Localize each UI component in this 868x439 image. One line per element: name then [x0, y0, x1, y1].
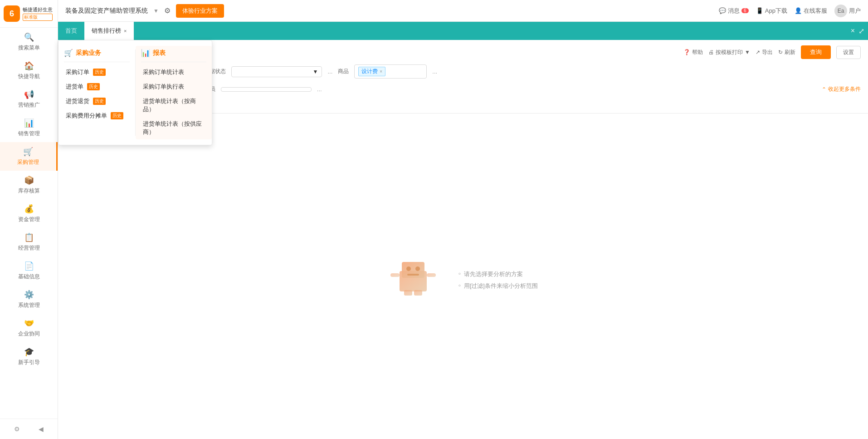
doc-status-input[interactable]: ▼	[231, 66, 322, 77]
tab-home-label: 首页	[65, 27, 77, 35]
search-icon: 🔍	[24, 32, 34, 42]
logo-text: 畅捷通好生意	[23, 6, 53, 13]
dropdown-report-col: 📊 报表 采购订单统计表 采购订单执行表 进货单统计表（按商品） 进货单统计表（…	[136, 46, 212, 139]
goods-tag-close[interactable]: ×	[380, 69, 382, 74]
svg-rect-6	[427, 273, 436, 277]
svg-rect-5	[390, 273, 400, 277]
sidebar-item-label: 快捷导航	[18, 73, 40, 80]
sidebar-item-label: 企业协同	[18, 330, 40, 338]
svg-rect-7	[404, 290, 412, 296]
svg-point-3	[415, 266, 420, 271]
hist-badge-1: 历史	[87, 83, 100, 90]
sidebar-item-label: 销售管理	[18, 130, 40, 138]
sidebar-item-label: 库存核算	[18, 187, 40, 195]
doc-status-dots[interactable]: ...	[327, 68, 332, 75]
collapse-label: 收起更多条件	[828, 85, 861, 93]
sidebar-item-quick-nav[interactable]: 🏠 快捷导航	[0, 56, 58, 85]
message-icon: 💬	[719, 7, 726, 14]
tab-sales-ranking[interactable]: 销售排行榜 ×	[84, 22, 134, 40]
export-btn[interactable]: ↗ 导出	[756, 49, 773, 56]
sidebar-item-marketing[interactable]: 📢 营销推广	[0, 85, 58, 113]
svg-rect-4	[407, 274, 419, 276]
refresh-icon: ↻	[778, 49, 783, 55]
query-button[interactable]: 查询	[801, 45, 831, 59]
sidebar-item-newbie[interactable]: 🎓 新手引导	[0, 342, 58, 371]
salesperson-input[interactable]	[221, 87, 312, 92]
dropdown-item-report-0[interactable]: 采购订单统计表	[141, 65, 207, 79]
dropdown-item-report-3[interactable]: 进货单统计表（按供应商）	[141, 117, 207, 139]
user-area[interactable]: Ea 用户	[834, 5, 861, 17]
sidebar-item-purchase[interactable]: 🛒 采购管理	[0, 142, 58, 171]
sidebar-item-label: 经营管理	[18, 244, 40, 252]
sidebar-item-enterprise[interactable]: 🤝 企业协同	[0, 314, 58, 342]
sidebar-bottom: ⚙ ◀	[0, 419, 58, 439]
sidebar-item-search[interactable]: 🔍 搜索菜单	[0, 28, 58, 56]
sidebar-item-label: 基础信息	[18, 273, 40, 281]
hist-badge-2: 历史	[93, 98, 106, 105]
help-icon: ❓	[683, 49, 690, 55]
sidebar-item-label: 采购管理	[17, 158, 39, 166]
sidebar-item-label: 搜索菜单	[18, 44, 40, 52]
tab-bar: 首页 销售排行榜 × × ⤢	[58, 22, 868, 40]
message-btn[interactable]: 💬 消息 6	[719, 7, 749, 15]
collapse-btn[interactable]: ⌃ 收起更多条件	[822, 85, 861, 93]
sidebar-settings-btn[interactable]: ⚙	[12, 424, 22, 434]
header-dropdown-icon[interactable]: ▼	[153, 8, 159, 14]
purchase-title-label: 采购业务	[76, 49, 101, 57]
purchase-dropdown-menu: 🛒 采购业务 采购订单 历史 进货单 历史 进货退货 历史 采购费用分摊单 历史…	[58, 40, 212, 145]
sidebar-item-sales[interactable]: 📊 销售管理	[0, 113, 58, 142]
goods-dots[interactable]: ...	[432, 68, 437, 75]
refresh-btn[interactable]: ↻ 刷新	[778, 49, 795, 56]
tab-bar-right: × ⤢	[851, 27, 868, 35]
logo-tag: 标准版	[23, 14, 53, 21]
collapse-icon: ⌃	[822, 86, 826, 93]
user-avatar: Ea	[834, 5, 847, 17]
sidebar-item-operations[interactable]: 📋 经营管理	[0, 228, 58, 256]
report-title-label: 报表	[153, 49, 166, 57]
report-item-3-label: 进货单统计表（按供应商）	[143, 120, 205, 136]
tab-sales-ranking-label: 销售排行榜	[92, 27, 121, 35]
empty-text: 请先选择要分析的方案 用[过滤]条件来缩小分析范围	[457, 268, 538, 292]
dropdown-purchase-col: 🛒 采购业务 采购订单 历史 进货单 历史 进货退货 历史 采购费用分摊单 历史	[59, 46, 135, 139]
service-icon: 👤	[795, 7, 802, 14]
settings-button[interactable]: 设置	[836, 46, 861, 59]
print-btn[interactable]: 🖨 按模板打印 ▼	[708, 49, 750, 56]
online-service-btn[interactable]: 👤 在线客服	[795, 7, 827, 15]
dropdown-item-report-2[interactable]: 进货单统计表（按商品）	[141, 94, 207, 117]
purchase-col-icon: 🛒	[64, 49, 73, 57]
dropdown-item-report-1[interactable]: 采购订单执行表	[141, 79, 207, 94]
goods-label: 商品	[338, 68, 349, 75]
dropdown-item-purchase-order[interactable]: 采购订单 历史	[64, 65, 130, 79]
app-download-btn[interactable]: 📱 App下载	[756, 7, 787, 15]
tab-close-window-btn[interactable]: ×	[851, 27, 855, 35]
message-label: 消息	[728, 7, 740, 15]
dropdown-item-purchase-expense[interactable]: 采购费用分摊单 历史	[64, 109, 130, 123]
tab-close-icon[interactable]: ×	[124, 28, 127, 34]
money-icon: 💰	[24, 204, 34, 214]
salesperson-dots[interactable]: ...	[317, 86, 322, 93]
sidebar-item-system[interactable]: ⚙️ 系统管理	[0, 285, 58, 314]
print-dropdown-icon: ▼	[745, 49, 750, 55]
doc-status-dropdown: ▼	[313, 69, 318, 75]
sidebar-item-finance[interactable]: 💰 资金管理	[0, 199, 58, 228]
sidebar-item-inventory[interactable]: 📦 库存核算	[0, 171, 58, 199]
header-gear-icon[interactable]: ⚙	[164, 6, 171, 15]
goods-input[interactable]: 设计费 ×	[354, 64, 427, 79]
print-icon: 🖨	[708, 49, 714, 55]
sidebar-item-label: 系统管理	[18, 301, 40, 309]
industry-button[interactable]: 体验行业方案	[176, 4, 224, 18]
dropdown-purchase-title: 🛒 采购业务	[64, 46, 130, 62]
help-btn[interactable]: ❓ 帮助	[683, 49, 703, 56]
purchase-return-label: 进货退货	[66, 97, 89, 105]
tab-maximize-btn[interactable]: ⤢	[858, 27, 864, 35]
svg-rect-8	[414, 290, 422, 296]
logo-area: 6 畅捷通好生意 标准版	[0, 0, 58, 28]
sidebar-item-basic-info[interactable]: 📄 基础信息	[0, 256, 58, 285]
dropdown-item-purchase-return[interactable]: 进货退货 历史	[64, 94, 130, 109]
dropdown-item-purchase-inbound[interactable]: 进货单 历史	[64, 79, 130, 94]
app-download-label: App下载	[765, 7, 787, 15]
hist-badge-3: 历史	[111, 112, 123, 119]
gear-icon: ⚙️	[24, 290, 34, 300]
sidebar-collapse-btn[interactable]: ◀	[37, 424, 45, 434]
tab-home[interactable]: 首页	[58, 22, 84, 40]
